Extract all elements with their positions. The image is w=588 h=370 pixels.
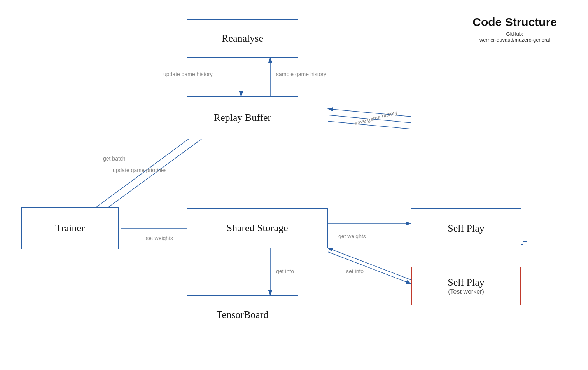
diagram-container: Code Structure GitHub: werner-duvaud/muz… xyxy=(0,0,588,370)
label-update-game-history: update game history xyxy=(163,71,213,77)
svg-line-13 xyxy=(328,252,411,284)
trainer-box: Trainer xyxy=(21,207,119,249)
reanalyse-box: Reanalyse xyxy=(187,19,298,58)
github-label: GitHub: werner-duvaud/muzero-general xyxy=(472,31,557,43)
reanalyse-label: Reanalyse xyxy=(222,33,263,44)
self-play-test-label: Self Play xyxy=(448,277,485,288)
trainer-label: Trainer xyxy=(55,222,85,234)
self-play-label: Self Play xyxy=(448,223,485,234)
label-set-weights: set weights xyxy=(146,235,173,241)
shared-storage-label: Shared Storage xyxy=(226,222,288,234)
tensorboard-box: TensorBoard xyxy=(187,295,298,334)
self-play-test-box: Self Play (Test worker) xyxy=(411,267,521,305)
label-sample-game-history: sample game history xyxy=(276,71,326,77)
tensorboard-label: TensorBoard xyxy=(217,309,269,321)
page-title: Code Structure xyxy=(472,16,557,29)
label-get-weights: get weights xyxy=(338,233,366,239)
label-save-game-history: save game history xyxy=(354,109,398,127)
title-block: Code Structure GitHub: werner-duvaud/muz… xyxy=(472,16,557,43)
label-set-info: set info xyxy=(346,268,364,274)
replay-buffer-label: Replay Buffer xyxy=(214,112,271,124)
label-get-batch: get batch xyxy=(103,155,126,162)
replay-buffer-box: Replay Buffer xyxy=(187,96,298,139)
self-play-box: Self Play xyxy=(411,208,521,248)
shared-storage-box: Shared Storage xyxy=(187,208,328,248)
self-play-test-sub-label: (Test worker) xyxy=(448,288,485,295)
svg-line-12 xyxy=(328,248,411,280)
label-update-game-priorities: update game priorities xyxy=(113,167,167,173)
label-get-info: get info xyxy=(276,268,294,274)
svg-line-6 xyxy=(328,109,411,117)
